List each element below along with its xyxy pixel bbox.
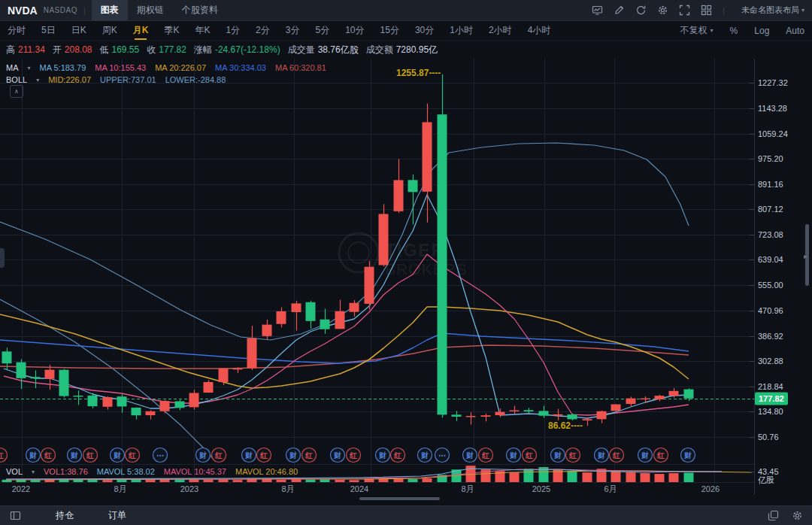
bottom-status-bar: 持仓订单 <box>0 505 812 525</box>
more-events-badge[interactable]: ⋯ <box>435 448 450 463</box>
settings-icon[interactable] <box>791 511 803 521</box>
financial-report-badge[interactable]: 财 <box>507 448 521 463</box>
timeframe-items: 分时5日日K周K月K季K年K1分2分3分5分10分15分30分1小时2小时4小时 <box>8 21 566 41</box>
timeframe-分时[interactable]: 分时 <box>8 21 26 41</box>
financial-report-badge[interactable]: 财 <box>638 448 653 463</box>
layout-name-dropdown[interactable]: 未命名图表布局 ▾ <box>741 5 804 16</box>
financial-report-badge[interactable]: 财 <box>418 448 432 463</box>
chart-monitor-icon[interactable] <box>592 5 603 16</box>
timeframe-5日[interactable]: 5日 <box>41 21 56 41</box>
volume-bar <box>350 480 359 482</box>
chart-option-Log[interactable]: Log <box>754 21 769 41</box>
volume-bar <box>277 480 286 482</box>
volume-bar <box>320 479 330 482</box>
timeframe-2分[interactable]: 2分 <box>256 21 270 41</box>
timeframe-1小时[interactable]: 1小时 <box>450 21 473 41</box>
bottom-tab-持仓[interactable]: 持仓 <box>56 509 74 522</box>
refresh-icon[interactable] <box>635 5 647 16</box>
edit-pencil-icon[interactable] <box>614 5 625 16</box>
svg-text:8月: 8月 <box>281 484 294 493</box>
fullscreen-icon[interactable] <box>679 5 690 16</box>
left-panel-handle[interactable] <box>0 248 5 268</box>
dividend-badge[interactable]: 红 <box>126 448 140 463</box>
price-axis: 1227.321143.281059.24975.20891.16807.127… <box>750 78 788 484</box>
chart-option-不复权[interactable]: 不复权▾ <box>680 21 714 41</box>
svg-text:红: 红 <box>44 451 52 460</box>
volume-bar <box>88 480 98 482</box>
financial-report-badge[interactable]: 财 <box>286 448 301 463</box>
timeframe-10分[interactable]: 10分 <box>345 21 364 41</box>
stat-成交额: 成交额7280.95亿 <box>366 44 438 56</box>
financial-report-badge[interactable]: 财 <box>551 448 565 463</box>
boll-legend-dropdown-caret[interactable]: ▾ <box>36 77 39 83</box>
dividend-badge[interactable]: 红 <box>83 448 98 463</box>
financial-report-badge[interactable]: 财 <box>26 448 41 463</box>
chart-option-Auto[interactable]: Auto <box>786 21 804 41</box>
navbar-icons <box>592 5 712 16</box>
financial-report-badge[interactable]: 财 <box>331 448 345 463</box>
candle <box>306 301 316 329</box>
volume-bar <box>117 480 127 482</box>
timeframe-3分[interactable]: 3分 <box>286 21 300 41</box>
svg-text:386.92: 386.92 <box>758 332 783 341</box>
svg-text:红: 红 <box>349 451 357 460</box>
financial-report-badge[interactable]: 财 <box>595 448 609 463</box>
dividend-badge[interactable]: 红 <box>257 448 271 463</box>
vol-legend-dropdown-caret[interactable]: ▾ <box>32 469 35 475</box>
ma-legend-row: MA▾MA 5:183.79MA 10:155.43MA 20:226.07MA… <box>6 63 326 72</box>
timeframe-1分[interactable]: 1分 <box>226 21 240 41</box>
more-events-badge[interactable]: ⋯ <box>153 448 168 463</box>
overlay-ma5 <box>4 195 689 418</box>
chart-option-%[interactable]: % <box>730 21 738 41</box>
svg-text:红: 红 <box>481 451 489 460</box>
financial-report-badge[interactable]: 财 <box>681 448 695 463</box>
timeframe-年K[interactable]: 年K <box>195 21 210 41</box>
tab-期权链[interactable]: 期权链 <box>128 0 173 21</box>
tab-个股资料[interactable]: 个股资料 <box>173 0 227 21</box>
volume-bar <box>335 480 345 482</box>
settings-icon[interactable] <box>657 5 668 16</box>
timeframe-30分[interactable]: 30分 <box>415 21 434 41</box>
price-annotation: 1255.87---- <box>396 68 441 78</box>
dividend-badge[interactable]: 红 <box>654 448 668 463</box>
candle <box>146 410 156 419</box>
svg-text:975.20: 975.20 <box>758 154 783 163</box>
dividend-badge[interactable]: 红 <box>41 448 56 463</box>
dividend-badge[interactable]: 红 <box>566 448 580 463</box>
dividend-badge[interactable]: 红 <box>523 448 537 463</box>
dividend-badge[interactable]: 红 <box>347 448 361 463</box>
ma-legend-dropdown-caret[interactable]: ▾ <box>28 65 31 71</box>
dividend-badge[interactable]: 红 <box>391 448 405 463</box>
svg-text:⋯: ⋯ <box>438 451 446 460</box>
bottom-tab-订单[interactable]: 订单 <box>108 509 126 522</box>
timeframe-周K[interactable]: 周K <box>102 21 117 41</box>
timeframe-月K[interactable]: 月K <box>133 21 149 41</box>
timeframe-2小时[interactable]: 2小时 <box>489 21 512 41</box>
dividend-badge[interactable]: 红 <box>0 448 8 463</box>
horizontal-scrollbar-thumb[interactable] <box>359 497 440 500</box>
timeframe-日K[interactable]: 日K <box>71 21 86 41</box>
layout-grid-icon[interactable] <box>701 5 712 16</box>
financial-report-badge[interactable]: 财 <box>111 448 125 463</box>
financial-report-badge[interactable]: 财 <box>68 448 82 463</box>
financial-report-badge[interactable]: 财 <box>376 448 390 463</box>
timeframe-15分[interactable]: 15分 <box>380 21 399 41</box>
tab-图表[interactable]: 图表 <box>92 0 128 21</box>
timeframe-季K[interactable]: 季K <box>164 21 179 41</box>
expand-panel-arrow-icon[interactable]: ▸ <box>804 252 807 260</box>
price-annotation: 86.62---- <box>548 420 583 431</box>
panel-icon[interactable] <box>9 511 21 521</box>
windows-stack-icon[interactable] <box>767 511 779 521</box>
dividend-badge[interactable]: 红 <box>610 448 624 463</box>
financial-report-badge[interactable]: 财 <box>196 448 211 463</box>
bottom-right-icons <box>767 511 803 521</box>
dividend-badge[interactable]: 红 <box>479 448 493 463</box>
financial-report-badge[interactable]: 财 <box>242 448 256 463</box>
timeframe-5分[interactable]: 5分 <box>315 21 329 41</box>
timeframe-4小时[interactable]: 4小时 <box>528 21 551 41</box>
candle <box>510 406 520 414</box>
collapse-legend-button[interactable]: ∧ <box>10 85 23 98</box>
dividend-badge[interactable]: 红 <box>212 448 226 463</box>
dividend-badge[interactable]: 红 <box>302 448 317 463</box>
financial-report-badge[interactable]: 财 <box>463 448 477 463</box>
